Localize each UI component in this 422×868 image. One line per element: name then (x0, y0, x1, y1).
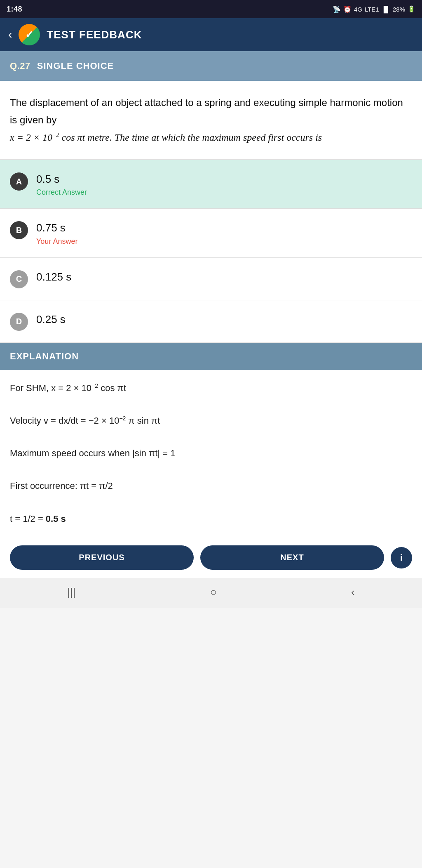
equation: x = 2 × 10−2 cos πt metre. The time at w… (10, 132, 322, 143)
explanation-header: EXPLANATION (0, 343, 422, 370)
previous-button[interactable]: PREVIOUS (10, 545, 194, 570)
alarm-icon: ⏰ (343, 5, 352, 13)
option-b-content: 0.75 s Your Answer (36, 220, 412, 245)
signal-bars: ▐▌ (382, 6, 390, 13)
explanation-content: For SHM, x = 2 × 10−2 cos πt Velocity v … (0, 370, 422, 537)
option-c-row[interactable]: C 0.125 s (0, 258, 422, 300)
question-text: The displacement of an object attached t… (10, 94, 412, 146)
app-logo: ✓ (19, 24, 40, 45)
option-c-content: 0.125 s (36, 269, 412, 284)
android-nav-bar: ||| ○ ‹ (0, 578, 422, 608)
network-label: 4G (354, 6, 362, 13)
option-b-value: 0.75 s (36, 220, 412, 235)
bottom-nav: PREVIOUS NEXT i (0, 537, 422, 578)
status-right: 📡 ⏰ 4G LTE1 ▐▌ 28% 🔋 (333, 5, 415, 13)
option-d-content: 0.25 s (36, 312, 412, 327)
option-b-badge: B (10, 221, 28, 239)
android-menu-icon[interactable]: ||| (67, 586, 75, 599)
app-header: ‹ ✓ TEST FEEDBACK (0, 18, 422, 51)
back-button[interactable]: ‹ (8, 28, 12, 41)
option-a-badge: A (10, 172, 28, 191)
cast-icon: 📡 (333, 5, 341, 13)
explanation-title: EXPLANATION (10, 351, 79, 361)
explanation-text: For SHM, x = 2 × 10−2 cos πt Velocity v … (10, 380, 412, 527)
option-d-value: 0.25 s (36, 312, 412, 327)
option-a-correct-label: Correct Answer (36, 188, 412, 197)
option-a-value: 0.5 s (36, 172, 412, 186)
question-body: The displacement of an object attached t… (0, 81, 422, 160)
status-bar: 1:48 📡 ⏰ 4G LTE1 ▐▌ 28% 🔋 (0, 0, 422, 18)
battery-label: 28% (393, 6, 405, 13)
question-header: Q.27 SINGLE CHOICE (0, 51, 422, 81)
page-title: TEST FEEDBACK (47, 28, 142, 41)
options-container: A 0.5 s Correct Answer B 0.75 s Your Ans… (0, 160, 422, 343)
option-d-row[interactable]: D 0.25 s (0, 300, 422, 343)
option-b-your-label: Your Answer (36, 237, 412, 246)
next-button[interactable]: NEXT (200, 545, 384, 570)
battery-icon: 🔋 (408, 5, 415, 13)
option-c-value: 0.125 s (36, 269, 412, 284)
info-button[interactable]: i (391, 547, 412, 568)
option-d-badge: D (10, 313, 28, 331)
question-type: SINGLE CHOICE (37, 61, 114, 71)
option-a-row[interactable]: A 0.5 s Correct Answer (0, 160, 422, 209)
option-a-content: 0.5 s Correct Answer (36, 172, 412, 197)
question-number: Q.27 (10, 61, 30, 71)
android-back-icon[interactable]: ‹ (351, 586, 355, 599)
option-b-row[interactable]: B 0.75 s Your Answer (0, 209, 422, 257)
signal-label: LTE1 (365, 6, 379, 13)
option-c-badge: C (10, 270, 28, 288)
status-time: 1:48 (7, 5, 22, 14)
logo-check-icon: ✓ (25, 29, 33, 40)
android-home-icon[interactable]: ○ (210, 586, 217, 599)
